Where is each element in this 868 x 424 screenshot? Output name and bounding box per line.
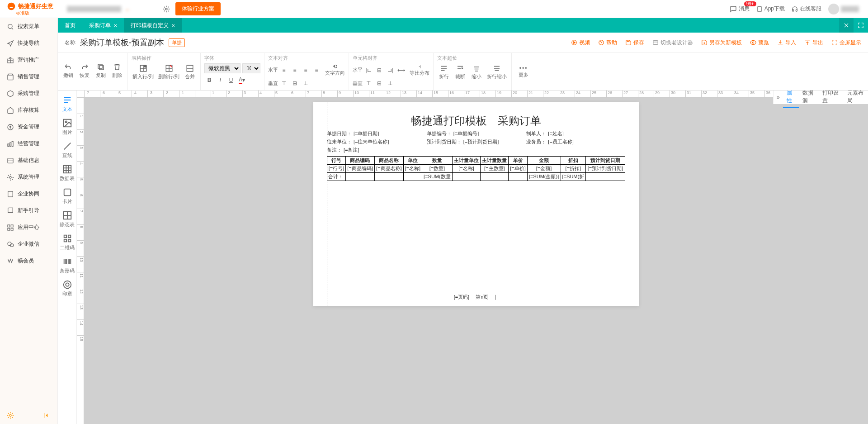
switch-button[interactable]: 切换老设计器 — [652, 39, 693, 47]
sidebar-item-5[interactable]: 库存核算 — [0, 102, 57, 119]
save-button[interactable]: 保存 — [625, 39, 644, 47]
support-button[interactable]: 在线客服 — [792, 5, 821, 13]
sidebar-item-9[interactable]: 系统管理 — [0, 169, 57, 186]
import-button[interactable]: 导入 — [777, 39, 796, 47]
ribbon-btn-rg1-1[interactable]: 恢复 — [78, 62, 91, 80]
close-icon[interactable]: ✕ — [171, 23, 175, 28]
table-sum-cell[interactable]: [=SUM(金额)] — [527, 173, 561, 181]
tool-3[interactable]: 数据表 — [58, 162, 76, 185]
tool-0[interactable]: 文本 — [58, 92, 76, 115]
sidebar-item-10[interactable]: 企业协同 — [0, 186, 57, 202]
align-center-button[interactable]: ≡ — [290, 65, 300, 75]
tool-4[interactable]: 卡片 — [58, 185, 76, 208]
table-header[interactable]: 预计到货日期 — [586, 157, 625, 165]
table-cell[interactable]: [=名称] — [403, 165, 422, 173]
table-header[interactable]: 商品名称 — [374, 157, 403, 165]
tool-8[interactable]: 印章 — [58, 277, 76, 300]
table-sum-cell[interactable] — [586, 173, 625, 181]
trial-button[interactable]: 体验行业方案 — [175, 2, 221, 15]
bold-button[interactable]: B — [204, 75, 214, 85]
company-selector[interactable]: ⌵ — [67, 6, 157, 12]
ribbon-btn-rg1-3[interactable]: 删除 — [110, 62, 124, 80]
tab-1[interactable]: 采购订单✕ — [82, 18, 124, 33]
settings-button[interactable] — [162, 5, 171, 14]
props-tab-1[interactable]: 数据源 — [799, 91, 819, 108]
info-field-8[interactable] — [526, 147, 625, 154]
italic-button[interactable]: I — [215, 75, 225, 85]
logo[interactable]: 畅捷通好生意 — [5, 2, 60, 11]
text-direction-button[interactable]: 文字方向 — [325, 70, 345, 76]
table-cell[interactable]: [=行号] — [327, 165, 346, 173]
sidebar-item-6[interactable]: 资金管理 — [0, 119, 57, 135]
table-cell[interactable]: [=单价] — [509, 165, 527, 173]
info-field-1[interactable]: 单据编号：[=单据编号] — [427, 130, 526, 138]
underline-button[interactable]: U — [226, 75, 236, 85]
table-sum-cell[interactable] — [346, 173, 375, 181]
table-header[interactable]: 折扣 — [561, 157, 586, 165]
page-footer[interactable]: [=页码] 第n页 ｜ — [313, 294, 639, 300]
ribbon-btn-rg2-1[interactable]: 删除行/列 — [157, 63, 180, 81]
sidebar-item-11[interactable]: 新手引导 — [0, 202, 57, 219]
sidebar-item-3[interactable]: 销售管理 — [0, 68, 57, 85]
table-cell[interactable]: [=数量] — [422, 165, 452, 173]
table-sum-cell[interactable] — [374, 173, 403, 181]
ribbon-btn-rg1-2[interactable]: 复制 — [94, 62, 108, 80]
ribbon-btn-rg1-0[interactable]: 撤销 — [61, 62, 75, 80]
font-family-select[interactable]: 微软雅黑 — [204, 63, 241, 73]
cell-halign-center-button[interactable]: ⊟ — [374, 65, 384, 75]
tool-2[interactable]: 直线 — [58, 138, 76, 162]
table-header[interactable]: 数量 — [422, 157, 452, 165]
ribbon-btn-rg6-3[interactable]: 折行缩小 — [486, 63, 508, 81]
sidebar-item-1[interactable]: 快捷导航 — [0, 35, 57, 52]
props-tab-2[interactable]: 打印设置 — [819, 91, 843, 108]
table-header[interactable]: 行号 — [327, 157, 346, 165]
messages-button[interactable]: 消息 99+ — [730, 5, 750, 13]
cell-halign-stretch-button[interactable]: ⟷ — [396, 65, 406, 75]
sidebar-item-4[interactable]: 采购管理 — [0, 85, 57, 102]
ribbon-btn-rg2-2[interactable]: 合并 — [183, 63, 197, 81]
sidebar-item-2[interactable]: 营销推广 — [0, 52, 57, 68]
sidebar-item-0[interactable]: 搜索菜单 — [0, 18, 57, 35]
saveas-button[interactable]: 另存为新模板 — [701, 39, 742, 47]
close-all-tabs-button[interactable] — [839, 18, 854, 33]
tab-2[interactable]: 打印模板自定义✕ — [124, 18, 182, 33]
info-field-2[interactable]: 制单人：[=姓名] — [526, 130, 625, 138]
font-size-select[interactable]: 10 — [242, 63, 260, 73]
tool-5[interactable]: 静态表 — [58, 208, 76, 231]
info-field-7[interactable] — [427, 147, 526, 154]
table-sum-cell[interactable]: 合计： — [327, 173, 346, 181]
valign-top-button[interactable]: ⊤ — [279, 78, 289, 88]
table-cell[interactable]: [=主数量] — [481, 165, 509, 173]
valign-middle-button[interactable]: ⊟ — [290, 78, 300, 88]
table-cell[interactable]: [=商品名称] — [374, 165, 403, 173]
info-field-6[interactable]: 备注：[=备注] — [327, 147, 426, 154]
distribute-button[interactable]: 等比分布 — [410, 70, 429, 76]
table-cell[interactable]: [=名称] — [452, 165, 480, 173]
export-button[interactable]: 导出 — [804, 39, 823, 47]
valign-bottom-button[interactable]: ⊥ — [301, 78, 311, 88]
download-button[interactable]: App下载 — [756, 5, 785, 13]
info-field-5[interactable]: 业务员：[=员工名称] — [526, 138, 625, 146]
table-cell[interactable]: [=预计到货日期] — [586, 165, 625, 173]
ribbon-btn-rg6-2[interactable]: 缩小 — [470, 63, 483, 81]
table-header[interactable]: 主计量数量 — [481, 157, 509, 165]
table-sum-cell[interactable] — [403, 173, 422, 181]
report-table[interactable]: 行号商品编码商品名称单位数量主计量单位主计量数量单价金额折扣预计到货日期 [=行… — [327, 156, 625, 181]
tool-1[interactable]: 图片 — [58, 115, 76, 138]
sidebar-item-13[interactable]: 企业微信 — [0, 236, 57, 252]
table-header[interactable]: 主计量单位 — [452, 157, 480, 165]
table-header[interactable]: 单价 — [509, 157, 527, 165]
preview-button[interactable]: 预览 — [750, 39, 769, 47]
info-field-4[interactable]: 预计到货日期：[=预计到货日期] — [427, 138, 526, 146]
cell-valign-bottom-button[interactable]: ⊥ — [385, 78, 395, 88]
table-cell[interactable]: [=商品编码] — [346, 165, 375, 173]
ribbon-btn-rg6-0[interactable]: 折行 — [437, 63, 451, 81]
help-button[interactable]: 帮助 — [598, 39, 617, 47]
align-right-button[interactable]: ≡ — [301, 65, 311, 75]
fullscreen-button[interactable]: 全屏显示 — [831, 39, 861, 47]
cell-valign-middle-button[interactable]: ⊟ — [374, 78, 384, 88]
table-sum-cell[interactable]: [=SUM(折 — [561, 173, 586, 181]
report-title[interactable]: 畅捷通打印模板 采购订单 — [327, 114, 625, 128]
table-header[interactable]: 金额 — [527, 157, 561, 165]
info-field-0[interactable]: 单据日期：[=单据日期] — [327, 130, 426, 138]
